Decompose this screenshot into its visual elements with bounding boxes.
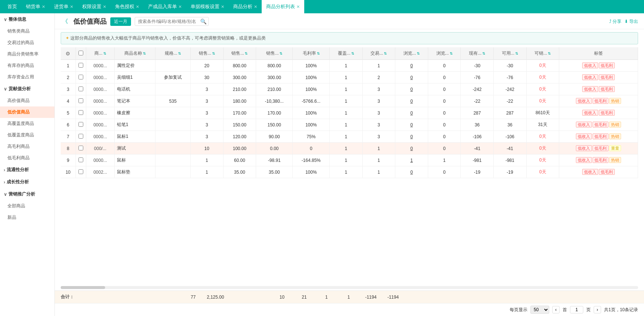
col-transaction[interactable]: 交易...⇅	[362, 47, 395, 60]
row-gross-margin: 100%	[293, 72, 330, 84]
close-template-settings-icon[interactable]: ✕	[221, 4, 224, 9]
nav-permissions[interactable]: 权限设置 ✕	[78, 0, 111, 13]
view1-link[interactable]: 1	[410, 158, 413, 163]
col-current-stock[interactable]: 现有...⇅	[461, 47, 494, 60]
close-purchase-order-icon[interactable]: ✕	[70, 4, 73, 9]
row-checkbox[interactable]	[78, 169, 83, 174]
col-name[interactable]: 商品名称⇅	[114, 47, 155, 60]
collapse-sidebar-button[interactable]: 《	[61, 18, 70, 26]
sidebar-group-contribution[interactable]: ∨ 贡献值分析	[0, 83, 54, 95]
row-spec: 参加复试	[155, 72, 191, 84]
page-label-first: 首	[563, 307, 567, 313]
view1-link[interactable]: 0	[410, 111, 413, 116]
gear-icon[interactable]: ⚙	[66, 51, 70, 57]
table-row: 6 0000... 铅笔1 3 150.00 150.00 100% 1 3 0…	[61, 119, 638, 131]
close-product-warehouse-icon[interactable]: ✕	[178, 4, 182, 9]
col-spec[interactable]: 规格...⇅	[155, 47, 191, 60]
per-page-select[interactable]: 50 100 200	[530, 306, 549, 314]
nav-home[interactable]: 首页	[3, 0, 21, 13]
row-checkbox[interactable]	[78, 75, 83, 79]
view1-link[interactable]: 0	[410, 75, 413, 80]
view1-link[interactable]: 0	[410, 63, 413, 68]
sidebar-item-low-margin[interactable]: 低毛利商品	[0, 152, 54, 164]
view1-link[interactable]: 0	[410, 146, 413, 151]
row-checkbox[interactable]	[78, 63, 83, 68]
tag-label: 低收入	[582, 169, 598, 175]
view1-link[interactable]: 0	[410, 87, 413, 92]
tag-label: 低毛利	[593, 145, 608, 151]
sidebar-item-stock-capital[interactable]: 库存资金占用	[0, 71, 54, 83]
close-permissions-icon[interactable]: ✕	[103, 4, 106, 9]
sidebar-item-stock-products[interactable]: 有库存的商品	[0, 60, 54, 71]
sidebar-group-marketing[interactable]: ∨ 营销推广分析	[0, 188, 54, 200]
next-page-button[interactable]: ›	[594, 306, 601, 313]
view1-link[interactable]: 0	[410, 134, 413, 139]
sidebar-item-high-coverage[interactable]: 高覆盖度商品	[0, 118, 54, 129]
view1-link[interactable]: 0	[410, 170, 413, 175]
sidebar-group-liquidity[interactable]: › 流通性分析	[0, 164, 54, 176]
nav-product-warehouse[interactable]: 产成品入库单 ✕	[144, 0, 186, 13]
row-sellable: 0天	[526, 166, 559, 178]
row-checkbox[interactable]	[78, 134, 83, 139]
nav-product-analysis[interactable]: 商品分析 ✕	[229, 0, 262, 13]
col-sellable[interactable]: 可销...⇅	[526, 47, 559, 60]
close-role-auth-icon[interactable]: ✕	[136, 4, 139, 9]
close-product-analysis-icon[interactable]: ✕	[254, 4, 257, 9]
close-product-analysis-list-icon[interactable]: ✕	[296, 4, 300, 9]
close-sales-order-icon[interactable]: ✕	[42, 4, 45, 9]
row-current-stock: -981	[461, 154, 494, 166]
row-code: 0000...	[86, 60, 114, 72]
export-button[interactable]: ⬇ 导出	[624, 18, 638, 25]
nav-purchase-order[interactable]: 进货单 ✕	[50, 0, 78, 13]
row-code: 0000...	[86, 131, 114, 143]
col-sales-amt[interactable]: 销售...⇅	[223, 47, 256, 60]
row-checkbox[interactable]	[78, 122, 83, 127]
row-name: 铅笔1	[114, 119, 155, 131]
sidebar-item-high-margin[interactable]: 高毛利商品	[0, 141, 54, 152]
sort-icon: ⇅	[103, 51, 106, 55]
col-view1[interactable]: 浏览...⇅	[395, 47, 428, 60]
col-available[interactable]: 可用...⇅	[493, 47, 526, 60]
row-sales-amt: 800.00	[223, 60, 256, 72]
first-page-button[interactable]: ‹	[552, 306, 560, 313]
col-sales-cost[interactable]: 销售...⇅	[256, 47, 293, 60]
sidebar-item-low-value[interactable]: 低价值商品	[0, 106, 54, 118]
row-checkbox[interactable]	[78, 110, 83, 115]
search-icon[interactable]: 🔍	[200, 18, 207, 24]
col-code[interactable]: 商...⇅	[86, 47, 114, 60]
sidebar-group-growth[interactable]: › 成长性分析	[0, 176, 54, 188]
sidebar-item-traded-products[interactable]: 交易过的商品	[0, 37, 54, 48]
share-button[interactable]: ⤴ 分享	[609, 18, 621, 25]
col-coverage[interactable]: 覆盖...⇅	[330, 47, 363, 60]
tag-label: 低毛利	[599, 74, 615, 80]
nav-template-settings[interactable]: 单据模板设置 ✕	[186, 0, 229, 13]
row-checkbox[interactable]	[78, 98, 83, 103]
sidebar-item-all-products[interactable]: 全部商品	[0, 200, 54, 212]
sidebar-item-new-products[interactable]: 新品	[0, 212, 54, 223]
sidebar-item-category-sales-rate[interactable]: 商品分类销售率	[0, 48, 54, 60]
col-gross-margin[interactable]: 毛利率⇅	[293, 47, 330, 60]
col-gear[interactable]: ⚙	[61, 47, 76, 60]
sidebar-item-high-value[interactable]: 高价值商品	[0, 95, 54, 106]
row-no: 8	[61, 143, 76, 154]
col-sales-qty[interactable]: 销售...⇅	[190, 47, 223, 60]
search-input[interactable]	[135, 17, 209, 26]
view1-link[interactable]: 0	[410, 122, 413, 128]
row-checkbox[interactable]	[78, 157, 83, 162]
nav-sales-order[interactable]: 销货单 ✕	[21, 0, 50, 13]
row-checkbox[interactable]	[78, 146, 83, 150]
scrollbar-thumb[interactable]	[61, 286, 105, 289]
nav-role-auth[interactable]: 角色授权 ✕	[111, 0, 144, 13]
select-all-checkbox[interactable]	[78, 51, 83, 55]
row-checkbox[interactable]	[78, 86, 83, 91]
view1-link[interactable]: 0	[410, 99, 413, 104]
sidebar-group-overall[interactable]: ∨ 整体信息	[0, 13, 54, 26]
col-view2[interactable]: 浏览...⇅	[428, 47, 461, 60]
page-number-input[interactable]	[570, 306, 583, 313]
row-view1: 0	[395, 84, 428, 95]
sidebar-item-sales-products[interactable]: 销售类商品	[0, 26, 54, 37]
sidebar-item-low-coverage[interactable]: 低覆盖度商品	[0, 129, 54, 141]
date-filter-button[interactable]: 近一月	[110, 17, 131, 26]
share-icon: ⤴	[609, 19, 611, 24]
nav-product-analysis-list[interactable]: 商品分析列表 ✕	[262, 0, 304, 13]
